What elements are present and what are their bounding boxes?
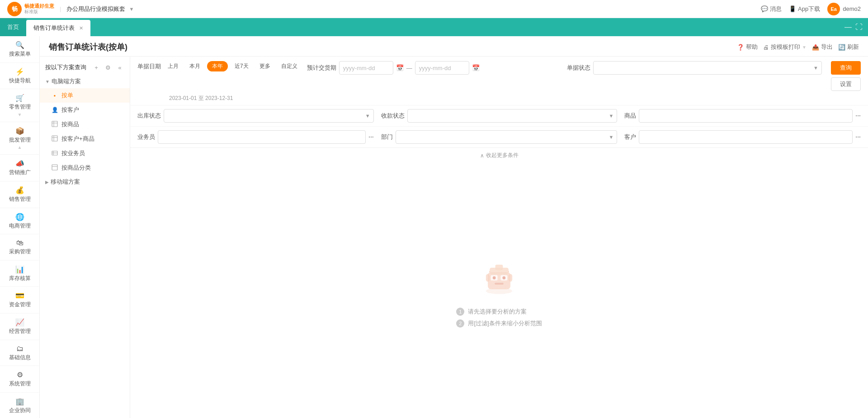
tab-home[interactable]: 首页 [0, 18, 26, 36]
scheme-item-by-customer[interactable]: 👤 按客户 [40, 103, 130, 117]
scheme-group-mobile: ▶ 移动端方案 [40, 175, 130, 189]
by-customer-icon: 👤 [51, 107, 59, 113]
scheme-add-btn[interactable]: + [92, 63, 101, 72]
svg-rect-9 [52, 165, 57, 170]
expected-date-end-input[interactable] [415, 61, 469, 75]
print-btn[interactable]: 🖨 按模板打印 ▼ [763, 43, 807, 51]
avatar: Ea [827, 3, 840, 15]
tab-sales-order-stat[interactable]: 销售订单统计表 ✕ [26, 20, 90, 36]
salesperson-input[interactable] [158, 130, 366, 144]
scheme-item-by-category[interactable]: 按商品分类 [40, 161, 130, 175]
expected-date-start-input[interactable] [339, 61, 393, 75]
sidebar-item-search[interactable]: 🔍 搜索菜单 [0, 36, 39, 63]
sales-icon: 💰 [15, 186, 24, 195]
last-month-btn[interactable]: 上月 [164, 61, 183, 71]
tip-num-2: 2 [456, 319, 464, 328]
enterprise-icon: 🏢 [15, 397, 24, 406]
salesperson-more-icon[interactable]: ··· [368, 133, 374, 141]
maximize-icon[interactable]: ⛶ [855, 23, 863, 31]
sidebar-item-marketing[interactable]: 📣 营销推广 [0, 155, 39, 181]
salesperson-label: 业务员 [137, 133, 155, 141]
this-month-btn[interactable]: 本月 [185, 61, 204, 71]
tab-close-icon[interactable]: ✕ [79, 25, 83, 31]
quicknav-icon: ⚡ [15, 67, 24, 76]
delivery-status-label: 出库状态 [137, 112, 161, 120]
scheme-group-header-mobile[interactable]: ▶ 移动端方案 [40, 175, 130, 189]
scheme-item-by-product[interactable]: 按商品 [40, 117, 130, 132]
product-more-icon[interactable]: ··· [855, 112, 861, 119]
sidebar-item-retail[interactable]: 🛒 零售管理 ▼ [0, 89, 39, 122]
topbar: 畅 畅捷通好生意 标准版 | 办公用品行业模拟账套 ▼ 💬 消息 📱 App下载… [0, 0, 868, 18]
search-icon: 🔍 [15, 41, 24, 49]
print-icon: 🖨 [763, 44, 769, 51]
sidebar-operations-label: 经营管理 [9, 328, 31, 335]
customer-label: 客户 [624, 133, 636, 141]
sidebar-item-enterprise[interactable]: 🏢 企业协同 [0, 393, 39, 418]
sidebar-item-ecom[interactable]: 🌐 电商管理 [0, 208, 39, 235]
wholesale-icon: 📦 [15, 127, 24, 135]
export-btn[interactable]: 📤 导出 [812, 43, 833, 51]
customer-more-icon[interactable]: ··· [855, 133, 861, 141]
product-label: 商品 [624, 112, 636, 120]
page-actions: ❓ 帮助 🖨 按模板打印 ▼ 📤 导出 🔄 刷新 [737, 43, 859, 51]
svg-rect-17 [495, 283, 504, 285]
topbar-dropdown-icon[interactable]: ▼ [129, 6, 134, 12]
minimize-icon[interactable]: — [844, 23, 852, 31]
scheme-settings-btn[interactable]: ⚙ [104, 63, 113, 72]
message-btn[interactable]: 💬 消息 [761, 5, 782, 13]
main-layout: 🔍 搜索菜单 ⚡ 快捷导航 🛒 零售管理 ▼ 📦 批发管理 ▲ 📣 营销推广 💰… [0, 36, 868, 418]
product-input[interactable] [639, 109, 853, 123]
more-date-btn[interactable]: 更多 [255, 61, 274, 71]
sidebar-wholesale-label: 批发管理 [9, 137, 31, 144]
scheme-group-header-pc[interactable]: ▼ 电脑端方案 [40, 75, 130, 88]
query-btn-area: 查询 设置 [827, 61, 861, 91]
scheme-collapse-btn[interactable]: « [115, 63, 124, 72]
sidebar-purchase-label: 采购管理 [9, 248, 31, 256]
this-year-btn[interactable]: 本年 [207, 61, 228, 71]
bill-status-select[interactable] [593, 61, 822, 75]
scheme-item-by-salesperson[interactable]: 按业务员 [40, 146, 130, 161]
last7-btn[interactable]: 近7天 [231, 61, 253, 71]
custom-date-btn[interactable]: 自定义 [277, 61, 302, 71]
user-area[interactable]: Ea demo2 [827, 3, 861, 15]
svg-rect-18 [486, 274, 490, 282]
sidebar-item-inventory[interactable]: 📊 库存核算 [0, 261, 39, 287]
settings-btn[interactable]: 设置 [831, 77, 861, 91]
content-body: 按以下方案查询 + ⚙ « ▼ 电脑端方案 ● 按单 [40, 57, 868, 418]
sidebar-item-sales[interactable]: 💰 销售管理 [0, 181, 39, 208]
query-btn[interactable]: 查询 [831, 61, 861, 75]
export-icon: 📤 [812, 44, 819, 51]
calendar-icon-end[interactable]: 📅 [472, 64, 480, 71]
wholesale-arrow-icon: ▲ [18, 145, 22, 150]
sidebar-basic-label: 基础信息 [9, 354, 31, 361]
svg-rect-0 [52, 121, 57, 127]
refresh-icon: 🔄 [838, 44, 845, 51]
collapse-bar[interactable]: ∧ 收起更多条件 [130, 147, 868, 163]
sidebar-item-operations[interactable]: 📈 经营管理 [0, 314, 39, 340]
app-download-btn[interactable]: 📱 App下载 [789, 5, 820, 13]
retail-icon: 🛒 [15, 94, 24, 102]
filter-section: 单据日期 上月 本月 本年 近7天 更多 自定义 [130, 57, 868, 163]
calendar-icon-start[interactable]: 📅 [396, 64, 404, 71]
customer-input[interactable] [639, 130, 853, 144]
sidebar-item-system[interactable]: ⚙ 系统管理 [0, 366, 39, 393]
payment-status-select[interactable] [407, 109, 618, 123]
sidebar-retail-label: 零售管理 [9, 104, 31, 111]
sidebar-item-purchase[interactable]: 🛍 采购管理 [0, 234, 39, 261]
page-title: 销售订单统计表(按单) [49, 42, 127, 52]
help-btn[interactable]: ❓ 帮助 [737, 43, 758, 51]
svg-point-15 [493, 276, 496, 280]
delivery-status-select[interactable] [164, 109, 374, 123]
sidebar-item-quicknav[interactable]: ⚡ 快捷导航 [0, 63, 39, 90]
scheme-panel-header: 按以下方案查询 + ⚙ « [40, 60, 130, 75]
payment-status-label: 收款状态 [381, 112, 405, 120]
scheme-item-by-customer-product[interactable]: 按客户+商品 [40, 132, 130, 146]
sidebar-item-basic[interactable]: 🗂 基础信息 [0, 340, 39, 366]
home-tab-label: 首页 [7, 23, 19, 31]
department-select[interactable] [396, 130, 618, 144]
scheme-item-by-order[interactable]: ● 按单 [40, 88, 130, 103]
refresh-btn[interactable]: 🔄 刷新 [838, 43, 859, 51]
sidebar-item-finance[interactable]: 💳 资金管理 [0, 287, 39, 314]
sidebar-item-wholesale[interactable]: 📦 批发管理 ▲ [0, 122, 39, 155]
logo-area: 畅 畅捷通好生意 标准版 [7, 2, 54, 16]
